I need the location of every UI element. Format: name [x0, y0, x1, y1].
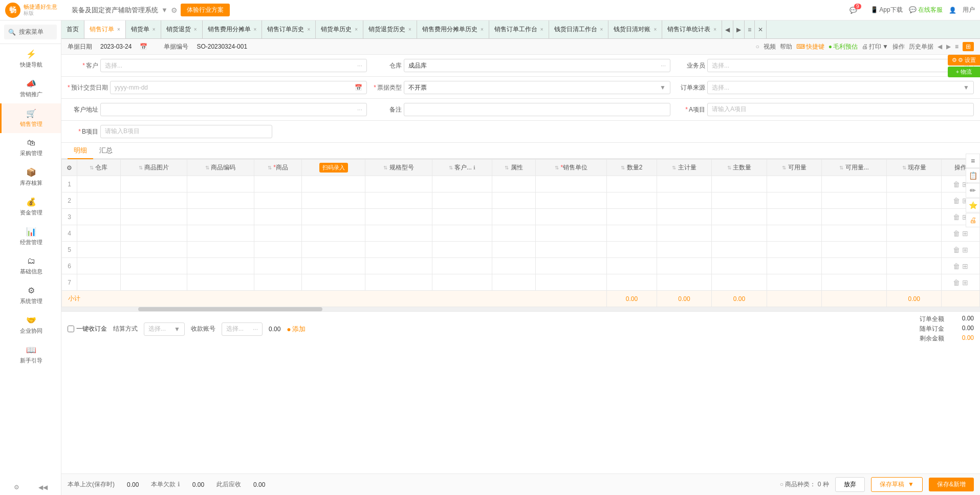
table-scrollbar[interactable]	[61, 307, 980, 311]
row-copy-btn[interactable]: ⊞	[962, 278, 968, 287]
quick-order-check[interactable]	[68, 326, 74, 332]
col-warehouse[interactable]: ⇅ 仓库	[77, 160, 121, 176]
sidebar-item-guide[interactable]: 📖 新手引导	[0, 340, 61, 370]
account-select[interactable]: 选择... ···	[222, 322, 263, 336]
row-copy-btn[interactable]: ⊞	[962, 262, 968, 270]
tab-daily-workbench-close[interactable]: ×	[600, 27, 603, 32]
tab-expense-history[interactable]: 销售费用分摊单历史 ×	[417, 20, 489, 39]
col-main-unit[interactable]: ⇅ 主计量	[657, 160, 712, 176]
tab-home[interactable]: 首页	[61, 20, 84, 39]
save-draft-dropdown-icon[interactable]: ▼	[908, 481, 914, 488]
tab-order-workbench[interactable]: 销售订单工作台 ×	[489, 20, 549, 39]
tab-daily-workbench[interactable]: 钱货日清工作台 ×	[549, 20, 609, 39]
tab-expand-btn[interactable]: ≡	[745, 20, 755, 39]
staff-input[interactable]: 选择... ···	[707, 59, 974, 72]
tab-expense-history-close[interactable]: ×	[481, 27, 484, 32]
discard-btn[interactable]: 放弃	[835, 477, 865, 492]
card-view-btn[interactable]: ⊞	[963, 42, 974, 51]
tab-next-btn[interactable]: ▶	[733, 20, 745, 39]
row-delete-btn[interactable]: 🗑	[953, 197, 960, 205]
col-product[interactable]: ⇅ *商品	[254, 160, 302, 176]
tab-sales-order[interactable]: 销售订单 ×	[84, 20, 126, 39]
sidebar-item-system[interactable]: ⚙ 系统管理	[0, 281, 61, 310]
col-main-qty[interactable]: ⇅ 主数量	[712, 160, 767, 176]
row-delete-btn[interactable]: 🗑	[953, 229, 960, 238]
right-panel-btn-4[interactable]: ⭐	[966, 198, 980, 212]
col-customer-field[interactable]: ⇅ 客户... ℹ	[432, 160, 492, 176]
customer-input[interactable]: 选择... ···	[100, 59, 367, 72]
payment-method-select[interactable]: 选择... ▼	[144, 322, 185, 336]
tab-order-history-close[interactable]: ×	[307, 27, 310, 32]
settings-float-btn[interactable]: ⚙ ⚙ 设置	[948, 55, 980, 66]
help-btn[interactable]: 帮助	[780, 42, 792, 51]
tab-prev-btn[interactable]: ◀	[722, 20, 733, 39]
right-panel-btn-5[interactable]: 🖨	[966, 213, 980, 227]
tab-expense-split[interactable]: 销售费用分摊单 ×	[203, 20, 263, 39]
row-delete-btn[interactable]: 🗑	[953, 262, 960, 270]
credit-info-icon[interactable]: ℹ	[178, 481, 180, 488]
col-image[interactable]: ⇅ 商品图片	[120, 160, 187, 176]
detail-tab-detail[interactable]: 明细	[68, 143, 93, 159]
sidebar-item-finance[interactable]: 💰 资金管理	[0, 192, 61, 222]
tab-daily-account-close[interactable]: ×	[654, 27, 657, 32]
a-project-input[interactable]: 请输入A项目	[707, 103, 974, 116]
invoice-select[interactable]: 不开票 ▼	[404, 81, 670, 94]
scan-input-btn[interactable]: 扫码录入	[319, 163, 348, 173]
nav-prev-icon[interactable]: ◀	[938, 43, 942, 50]
quick-order-checkbox[interactable]: 一键收订金	[68, 325, 107, 333]
sidebar-settings-icon[interactable]: ⚙	[14, 484, 19, 491]
tab-invoice-history[interactable]: 销货单历史 ×	[316, 20, 363, 39]
logistics-float-btn[interactable]: + 物流	[948, 67, 980, 77]
calendar-icon[interactable]: 📅	[140, 43, 147, 50]
row-copy-btn[interactable]: ⊞	[962, 246, 968, 254]
order-source-select[interactable]: 选择... ▼	[707, 81, 974, 94]
sidebar-item-inventory[interactable]: 📦 库存核算	[0, 162, 61, 192]
scrollbar-thumb[interactable]	[138, 307, 322, 311]
tab-order-history[interactable]: 销售订单历史 ×	[262, 20, 316, 39]
col-spec[interactable]: ⇅ 规格型号	[365, 160, 432, 176]
tab-stats[interactable]: 销售订单统计表 ×	[662, 20, 722, 39]
sidebar-item-marketing[interactable]: 📣 营销推广	[0, 74, 61, 103]
calendar2-icon[interactable]: 📅	[355, 84, 362, 91]
warehouse-input[interactable]: 成品库 ···	[404, 59, 670, 72]
tab-stats-close[interactable]: ×	[713, 27, 716, 32]
sidebar-item-sales[interactable]: 🛒 销售管理	[0, 103, 61, 133]
col-qty2[interactable]: ⇅ 数量2	[607, 160, 657, 176]
sidebar-item-purchase[interactable]: 🛍 采购管理	[0, 133, 61, 162]
row-delete-btn[interactable]: 🗑	[953, 213, 960, 221]
col-available2[interactable]: ⇅ 可用量...	[822, 160, 887, 176]
tab-sales-order-close[interactable]: ×	[117, 27, 120, 32]
row-delete-btn[interactable]: 🗑	[953, 246, 960, 254]
tab-return-history-close[interactable]: ×	[408, 27, 411, 32]
col-unit[interactable]: ⇅ *销售单位	[535, 160, 606, 176]
right-panel-btn-1[interactable]: ≡	[966, 154, 980, 168]
row-delete-btn[interactable]: 🗑	[953, 278, 960, 287]
view-btn[interactable]: 视频	[764, 42, 776, 51]
sidebar-item-enterprise[interactable]: 🤝 企业协同	[0, 310, 61, 340]
user-icon[interactable]: 👤	[949, 7, 956, 14]
shortcut-btn[interactable]: ⌨ 快捷键	[796, 42, 824, 51]
tab-close-all-btn[interactable]: ✕	[755, 20, 767, 39]
settings-icon[interactable]: ⚙	[171, 6, 178, 14]
row-copy-btn[interactable]: ⊞	[962, 229, 968, 238]
detail-tab-summary[interactable]: 汇总	[93, 143, 119, 159]
print-btn[interactable]: 🖨 打印 ▼	[862, 42, 888, 51]
save-draft-btn[interactable]: 保存草稿 ▼	[871, 477, 923, 492]
user-label[interactable]: 用户	[963, 6, 975, 14]
col-current[interactable]: ⇅ 现存量	[886, 160, 942, 176]
remark-input[interactable]	[404, 103, 670, 116]
tab-sales-invoice[interactable]: 销货单 ×	[126, 20, 161, 39]
history-btn[interactable]: 历史单据	[909, 42, 933, 51]
tab-daily-account[interactable]: 钱货日清对账 ×	[608, 20, 662, 39]
online-service-link[interactable]: 💬 在线客服	[909, 6, 943, 14]
tab-return-history[interactable]: 销货退货历史 ×	[363, 20, 417, 39]
right-panel-btn-2[interactable]: 📋	[966, 168, 980, 183]
right-panel-btn-3[interactable]: ✏	[966, 183, 980, 198]
col-code[interactable]: ⇅ 商品编码	[187, 160, 254, 176]
col-available[interactable]: ⇅ 可用量	[767, 160, 822, 176]
tab-expense-split-close[interactable]: ×	[254, 27, 257, 32]
app-download-link[interactable]: 📱 App下载	[870, 6, 903, 14]
delivery-date-input[interactable]: yyyy-mm-dd 📅	[110, 81, 367, 94]
sidebar-item-operations[interactable]: 📊 经营管理	[0, 222, 61, 251]
operate-btn[interactable]: 操作	[892, 42, 905, 51]
